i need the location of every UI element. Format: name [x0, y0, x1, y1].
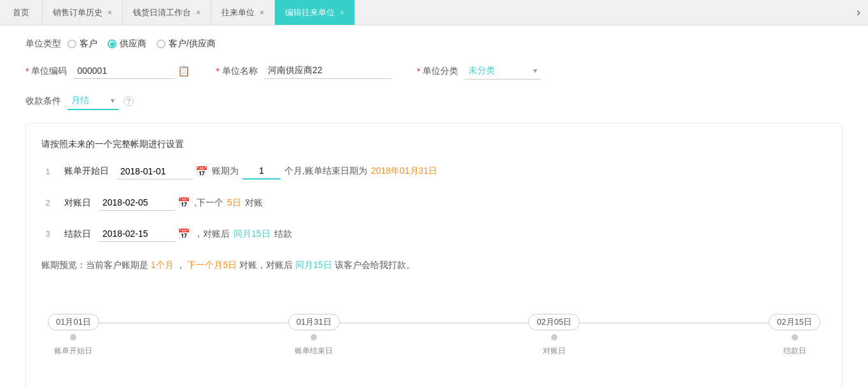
payment-condition-label: 收款条件	[25, 95, 61, 107]
unit-name-required: *	[216, 66, 219, 76]
timeline-dot-4	[792, 334, 798, 341]
close-tab-sales-history[interactable]: ×	[108, 8, 112, 17]
row-1-label: 账单开始日	[64, 165, 109, 177]
radio-circle-supplier	[108, 39, 116, 48]
row-3-label: 结款日	[64, 229, 91, 240]
preview-payment-day: 同月15日	[295, 260, 332, 270]
timeline-dot-1	[70, 334, 76, 341]
unit-category-select[interactable]: 未分类 ▾	[465, 62, 541, 80]
close-tab-edit-counterparty[interactable]: ×	[340, 8, 344, 17]
unit-type-label: 单位类型	[25, 38, 61, 50]
unit-code-required: *	[25, 66, 29, 76]
unit-type-row: 单位类型 客户 供应商 客户/供应商	[25, 38, 843, 50]
timeline-badge-4: 02月15日	[769, 314, 820, 330]
row-3-suffix: 结款	[274, 229, 292, 240]
payment-condition-row: 收款条件 月结 ▾ ?	[25, 92, 843, 110]
period-input[interactable]	[242, 163, 281, 179]
payment-date-calendar-icon[interactable]: 📅	[178, 228, 190, 240]
timeline-badge-3: 02月05日	[528, 314, 580, 330]
timeline-point-2: 01月31日 账单结束日	[288, 314, 340, 356]
row-3-day: 同月15日	[234, 229, 270, 240]
timeline-point-1: 01月01日 账单开始日	[48, 314, 99, 356]
radio-customer[interactable]: 客户	[67, 38, 97, 50]
preview-mid1: ，	[176, 260, 185, 270]
end-date-result: 2018年01月31日	[371, 165, 437, 177]
preview-suffix: 该客户会给我打款。	[335, 260, 415, 270]
setting-row-2: 2 对账日 📅 ,下一个 5日 对账	[41, 195, 827, 211]
tab-cash-work[interactable]: 钱货日清工作台 ×	[123, 0, 211, 25]
row-num-3: 3	[41, 229, 54, 239]
start-date-input[interactable]	[116, 164, 193, 179]
timeline-label-3: 对账日	[543, 346, 566, 356]
close-tab-counterparty[interactable]: ×	[260, 8, 264, 17]
unit-name-group: * 单位名称	[216, 63, 391, 79]
timeline-label-2: 账单结束日	[295, 346, 333, 356]
radio-supplier[interactable]: 供应商	[108, 38, 146, 50]
row-num-2: 2	[41, 198, 54, 208]
tab-bar: 首页 销售订单历史 × 钱货日清工作台 × 往来单位 × 编辑往来单位 × ›	[0, 0, 868, 25]
tab-sales-history[interactable]: 销售订单历史 ×	[43, 0, 123, 25]
preview-mid2: 对账，对账后	[239, 260, 293, 270]
unit-name-input[interactable]	[264, 63, 391, 79]
main-content: 单位类型 客户 供应商 客户/供应商 * 单位编码 📋 * 单位名称	[0, 25, 868, 387]
timeline-dot-3	[551, 334, 557, 341]
row-2-label: 对账日	[64, 197, 91, 209]
row-2-prefix: ,下一个	[194, 197, 223, 209]
tab-edit-counterparty[interactable]: 编辑往来单位 ×	[275, 0, 355, 25]
timeline-section: 01月01日 账单开始日 01月31日 账单结束日 02月05日 对账日	[41, 288, 827, 382]
preview-label: 账期预览：当前客户账期是	[41, 260, 148, 270]
settings-title: 请按照未来的一个完整帐期进行设置	[41, 139, 827, 150]
start-date-calendar-icon[interactable]: 📅	[195, 165, 208, 178]
row-num-1: 1	[41, 167, 54, 176]
reconcile-date-input[interactable]	[99, 195, 175, 211]
unit-type-radio-group: 客户 供应商 客户/供应商	[67, 38, 216, 50]
unit-category-group: * 单位分类 未分类 ▾	[417, 62, 541, 80]
unit-category-label: 单位分类	[423, 66, 458, 77]
reconcile-date-calendar-icon[interactable]: 📅	[178, 197, 190, 209]
unit-category-required: *	[417, 66, 420, 76]
copy-icon[interactable]: 📋	[178, 65, 190, 77]
unit-name-label: 单位名称	[222, 66, 258, 77]
timeline-point-4: 02月15日 结款日	[769, 314, 820, 356]
unit-category-value: 未分类	[468, 65, 531, 76]
preview-text: 账期预览：当前客户账期是 1个月 ， 下一个月5日 对账，对账后 同月15日 该…	[41, 257, 827, 273]
timeline-badge-2: 01月31日	[288, 314, 340, 330]
row-2-suffix: 对账	[245, 197, 263, 209]
timeline-label-1: 账单开始日	[54, 346, 92, 356]
close-tab-cash-work[interactable]: ×	[196, 8, 200, 17]
timeline-points: 01月01日 账单开始日 01月31日 账单结束日 02月05日 对账日	[48, 314, 820, 356]
radio-circle-both	[157, 39, 165, 48]
timeline-label-4: 结款日	[783, 346, 806, 356]
radio-circle-customer	[67, 39, 76, 48]
unit-code-label: 单位编码	[31, 66, 67, 77]
tab-more-button[interactable]: ›	[849, 0, 868, 25]
unit-code-group: * 单位编码 📋	[25, 63, 190, 79]
row-1-suffix: 个月,账单结束日期为	[284, 165, 367, 177]
payment-condition-select[interactable]: 月结 ▾	[67, 92, 118, 110]
radio-both[interactable]: 客户/供应商	[157, 38, 216, 50]
tab-home[interactable]: 首页	[0, 0, 43, 25]
setting-row-1: 1 账单开始日 📅 账期为 个月,账单结束日期为 2018年01月31日	[41, 163, 827, 179]
preview-months: 1个月	[151, 260, 174, 270]
help-icon[interactable]: ?	[123, 96, 134, 106]
payment-date-input[interactable]	[99, 226, 175, 242]
payment-condition-value: 月结	[71, 95, 108, 106]
row-3-prefix: ，对账后	[194, 229, 230, 240]
timeline-badge-1: 01月01日	[48, 314, 99, 330]
unit-code-input[interactable]	[73, 63, 175, 79]
setting-row-3: 3 结款日 📅 ，对账后 同月15日 结款	[41, 226, 827, 242]
preview-reconcile-day: 下一个月5日	[187, 260, 237, 270]
row-2-day: 5日	[227, 197, 241, 209]
timeline-dot-2	[311, 334, 317, 341]
tab-counterparty[interactable]: 往来单位 ×	[211, 0, 275, 25]
chevron-down-icon: ▾	[533, 66, 537, 75]
row-1-mid-text: 账期为	[212, 165, 239, 177]
settings-box: 请按照未来的一个完整帐期进行设置 1 账单开始日 📅 账期为 个月,账单结束日期…	[25, 123, 843, 387]
condition-chevron-icon: ▾	[111, 96, 115, 105]
unit-info-row: * 单位编码 📋 * 单位名称 * 单位分类 未分类 ▾	[25, 62, 843, 80]
timeline-point-3: 02月05日 对账日	[528, 314, 580, 356]
